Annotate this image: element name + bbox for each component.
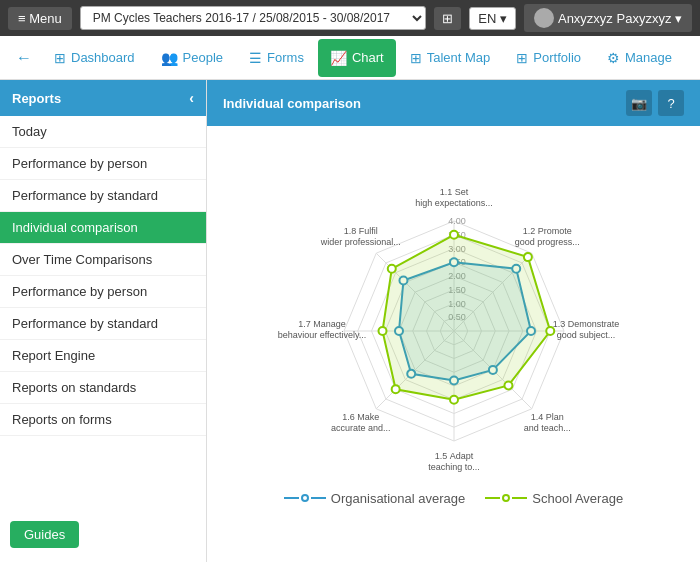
nav-talent-map-label: Talent Map [427,50,491,65]
dashboard-icon: ⊞ [54,50,66,66]
nav-manage-label: Manage [625,50,672,65]
sidebar-item-over-time[interactable]: Over Time Comparisons [0,244,206,276]
user-menu-button[interactable]: Anxyzxyz Paxyzxyz ▾ [524,4,692,32]
nav-forms[interactable]: ☰ Forms [237,39,316,77]
content-header: Individual comparison 📷 ? [207,80,700,126]
chart-icon: 📈 [330,50,347,66]
nav-portfolio-label: Portfolio [533,50,581,65]
sidebar-items: TodayPerformance by personPerformance by… [0,116,206,562]
navbar: ← ⊞ Dashboard 👥 People ☰ Forms 📈 Chart ⊞… [0,36,700,80]
manage-icon: ⚙ [607,50,620,66]
nav-back-button[interactable]: ← [8,45,40,71]
main-layout: Reports ‹ TodayPerformance by personPerf… [0,80,700,562]
sidebar-header: Reports ‹ [0,80,206,116]
sidebar-toggle-icon[interactable]: ‹ [189,90,194,106]
legend-school-label: School Average [532,491,623,506]
nav-chart[interactable]: 📈 Chart [318,39,396,77]
camera-button[interactable]: 📷 [626,90,652,116]
sidebar: Reports ‹ TodayPerformance by personPerf… [0,80,207,562]
content-area: Individual comparison 📷 ? Organisational… [207,80,700,562]
user-label: Anxyzxyz Paxyzxyz ▾ [558,11,682,26]
legend-org: Organisational average [284,491,465,506]
sidebar-item-perf-by-person-1[interactable]: Performance by person [0,148,206,180]
content-header-icons: 📷 ? [626,90,684,116]
nav-dashboard-label: Dashboard [71,50,135,65]
avatar [534,8,554,28]
sidebar-item-today[interactable]: Today [0,116,206,148]
legend-school: School Average [485,491,623,506]
sidebar-item-reports-on-forms[interactable]: Reports on forms [0,404,206,436]
legend-org-label: Organisational average [331,491,465,506]
sidebar-item-reports-on-standards[interactable]: Reports on standards [0,372,206,404]
help-button[interactable]: ? [658,90,684,116]
nav-talent-map[interactable]: ⊞ Talent Map [398,39,503,77]
nav-dashboard[interactable]: ⊞ Dashboard [42,39,147,77]
portfolio-icon: ⊞ [516,50,528,66]
language-selector[interactable]: EN ▾ [469,7,516,30]
menu-button[interactable]: ≡ Menu [8,7,72,30]
forms-icon: ☰ [249,50,262,66]
sidebar-item-report-engine[interactable]: Report Engine [0,340,206,372]
cycle-selector[interactable]: PM Cycles Teachers 2016-17 / 25/08/2015 … [80,6,427,30]
sidebar-item-perf-by-person-2[interactable]: Performance by person [0,276,206,308]
sidebar-item-individual-comparison[interactable]: Individual comparison [0,212,206,244]
nav-chart-label: Chart [352,50,384,65]
chart-legend: Organisational average School Average [284,491,623,506]
content-title: Individual comparison [223,96,361,111]
nav-forms-label: Forms [267,50,304,65]
nav-people-label: People [183,50,223,65]
nav-portfolio[interactable]: ⊞ Portfolio [504,39,593,77]
guides-button[interactable]: Guides [10,521,79,548]
talent-map-icon: ⊞ [410,50,422,66]
nav-manage[interactable]: ⚙ Manage [595,39,684,77]
sidebar-title: Reports [12,91,61,106]
sidebar-item-perf-by-standard-1[interactable]: Performance by standard [0,180,206,212]
nav-people[interactable]: 👥 People [149,39,235,77]
people-icon: 👥 [161,50,178,66]
chart-area: Organisational average School Average [207,126,700,562]
grid-icon-button[interactable]: ⊞ [434,7,461,30]
sidebar-item-perf-by-standard-2[interactable]: Performance by standard [0,308,206,340]
topbar: ≡ Menu PM Cycles Teachers 2016-17 / 25/0… [0,0,700,36]
radar-chart [264,183,644,483]
